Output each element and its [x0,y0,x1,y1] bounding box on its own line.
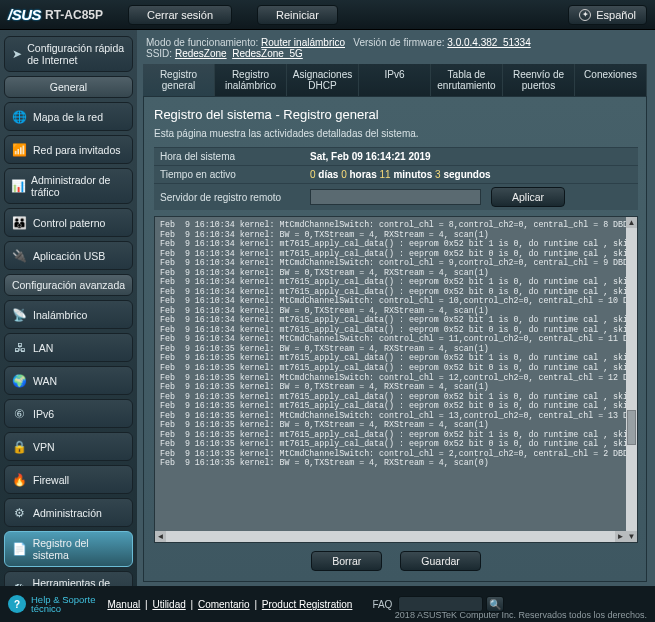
sidebar-item-traffic[interactable]: 📊Administrador de tráfico [4,168,133,204]
sidebar-item-admin[interactable]: ⚙Administración [4,498,133,527]
vertical-scrollbar[interactable]: ▲ ▼ [626,217,637,542]
usb-icon: 🔌 [11,247,28,264]
sidebar-label: Mapa de la red [33,111,103,123]
brand-logo: /SUS [8,6,41,23]
u-min: minutos [393,169,432,180]
firewall-icon: 🔥 [11,471,28,488]
save-button[interactable]: Guardar [400,551,481,571]
scroll-left-icon[interactable]: ◄ [155,531,166,542]
apply-button[interactable]: Aplicar [491,187,565,207]
wan-icon: 🌍 [11,372,28,389]
link-manual[interactable]: Manual [107,599,140,610]
log-content: Feb 9 16:10:34 kernel: MtCmdChannelSwitc… [155,217,637,542]
log-icon: 📄 [11,541,28,558]
row-system-time: Hora del sistema Sat, Feb 09 16:14:21 20… [154,147,638,165]
logout-button[interactable]: Cerrar sesión [128,5,232,25]
remote-server-input[interactable] [310,189,481,205]
tab-routing[interactable]: Tabla de enrutamiento [431,64,503,96]
tab-dhcp[interactable]: Asignaciones DHCP [287,64,359,96]
panel-title: Registro del sistema - Registro general [154,107,638,122]
sidebar-label: Control paterno [33,217,105,229]
uptime-value: 0 días 0 horas 11 minutos 3 segundos [310,169,632,180]
tab-ipv6[interactable]: IPv6 [359,64,431,96]
sidebar-item-guest-network[interactable]: 📶Red para invitados [4,135,133,164]
scroll-down-icon[interactable]: ▼ [626,531,637,542]
sidebar-item-wireless[interactable]: 📡Inalámbrico [4,300,133,329]
ssid1-link[interactable]: RedesZone [175,48,227,59]
model-name: RT-AC85P [41,8,103,22]
link-utility[interactable]: Utilidad [152,599,185,610]
sidebar-item-system-log[interactable]: 📄Registro del sistema [4,531,133,567]
row-remote-server: Servidor de registro remoto Aplicar [154,183,638,210]
tab-port-forward[interactable]: Reenvío de puertos [503,64,575,96]
sidebar-item-parental[interactable]: 👪Control paterno [4,208,133,237]
reboot-button[interactable]: Reiniciar [257,5,338,25]
link-product-reg[interactable]: Product Registration [262,599,353,610]
shield-icon: 👪 [11,214,28,231]
tab-wireless-log[interactable]: Registro inalámbrico [215,64,287,96]
footer-links: Manual | Utilidad | Comentario | Product… [105,599,354,610]
sidebar-label: Aplicación USB [33,250,105,262]
sidebar-item-firewall[interactable]: 🔥Firewall [4,465,133,494]
help-icon[interactable]: ? [8,595,26,613]
signal-icon: 📡 [11,306,28,323]
link-feedback[interactable]: Comentario [198,599,250,610]
uptime-hours: 0 [341,169,347,180]
faq-label: FAQ [372,599,392,610]
time-label: Hora del sistema [160,151,310,162]
sidebar-label: Registro del sistema [33,537,126,561]
globe-icon: 🌐 [11,108,28,125]
sidebar-quick-setup[interactable]: ➤ Configuración rápida de Internet [4,36,133,72]
gear-icon: ⚙ [11,504,28,521]
tab-strip: Registro general Registro inalámbrico As… [143,64,647,96]
uptime-label: Tiempo en activo [160,169,310,180]
help-text[interactable]: Help & Soporte técnico [31,595,95,614]
content-area: Modo de funcionamiento: Router inalámbri… [137,30,655,586]
clear-button[interactable]: Borrar [311,551,382,571]
language-label: Español [596,9,636,21]
sidebar-label: Inalámbrico [33,309,87,321]
sidebar-header-advanced: Configuración avanzada [4,274,133,296]
sidebar-label: Red para invitados [33,144,121,156]
u-hours: horas [349,169,376,180]
sidebar-quick-label: Configuración rápida de Internet [27,42,126,66]
horizontal-scrollbar[interactable]: ◄ ► [155,531,626,542]
ssid-label: SSID: [146,48,172,59]
sidebar-item-wan[interactable]: 🌍WAN [4,366,133,395]
sidebar-label: VPN [33,441,55,453]
footer: ? Help & Soporte técnico Manual | Utilid… [0,586,655,622]
log-textarea[interactable]: Feb 9 16:10:34 kernel: MtCmdChannelSwitc… [154,216,638,543]
sidebar-label: Firewall [33,474,69,486]
tab-connections[interactable]: Conexiones [575,64,647,96]
sidebar-label: Administrador de tráfico [31,174,126,198]
sidebar-item-usb[interactable]: 🔌Aplicación USB [4,241,133,270]
sidebar: ➤ Configuración rápida de Internet Gener… [0,30,137,586]
top-bar: /SUS RT-AC85P Cerrar sesión Reiniciar ✦ … [0,0,655,30]
u-sec: segundos [443,169,490,180]
sidebar-label: LAN [33,342,53,354]
row-uptime: Tiempo en activo 0 días 0 horas 11 minut… [154,165,638,183]
language-button[interactable]: ✦ Español [568,5,647,25]
sidebar-item-lan[interactable]: 🖧LAN [4,333,133,362]
sidebar-item-network-map[interactable]: 🌐Mapa de la red [4,102,133,131]
uptime-sec: 3 [435,169,441,180]
scroll-thumb[interactable] [627,410,636,445]
mode-link[interactable]: Router inalámbrico [261,37,345,48]
fw-link[interactable]: 3.0.0.4.382_51334 [447,37,530,48]
u-days: días [318,169,338,180]
gauge-icon: 📊 [11,178,26,195]
uptime-min: 11 [380,169,391,180]
ssid2-link[interactable]: RedesZone_5G [232,48,303,59]
info-bar: Modo de funcionamiento: Router inalámbri… [143,34,647,64]
scroll-up-icon[interactable]: ▲ [626,217,637,228]
scroll-right-icon[interactable]: ► [615,531,626,542]
rocket-icon: ➤ [11,46,22,63]
sidebar-label: IPv6 [33,408,54,420]
sidebar-item-vpn[interactable]: 🔒VPN [4,432,133,461]
sidebar-header-general: General [4,76,133,98]
vpn-icon: 🔒 [11,438,28,455]
remote-label: Servidor de registro remoto [160,192,310,203]
panel-desc: Esta página muestra las actividades deta… [154,128,638,139]
sidebar-item-ipv6[interactable]: ⑥IPv6 [4,399,133,428]
tab-general-log[interactable]: Registro general [143,64,215,96]
